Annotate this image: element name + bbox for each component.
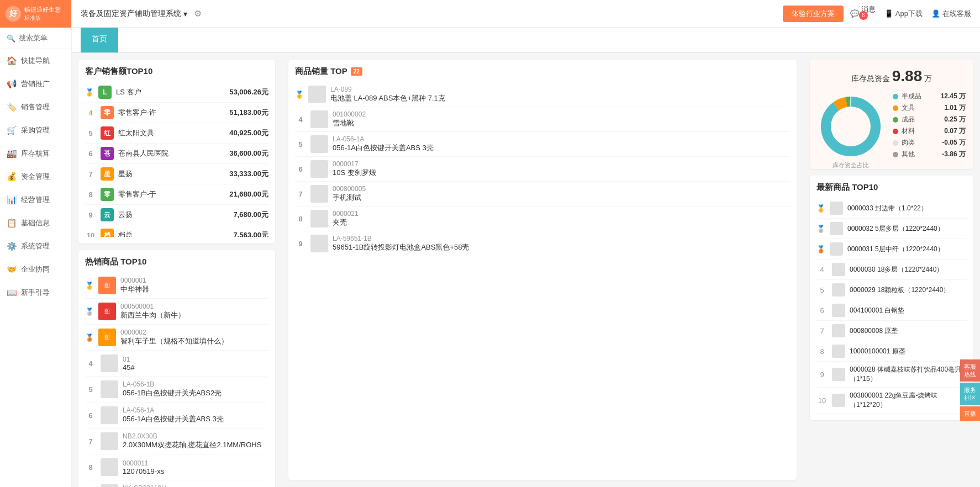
live-stream-btn[interactable]: 直播 xyxy=(960,406,980,421)
middle-panel: 商品销量 TOP 22 🥇 LA-089 电池盖 LA-089 ABS本色+黑种… xyxy=(282,53,803,487)
list-item: 6 004100001 白钢垫 xyxy=(816,300,967,321)
rank-icon-5: 星 xyxy=(101,167,114,181)
table-row: 7 000800005 手机测试 xyxy=(295,182,790,207)
right-panel: 库存总资金 9.88 万 xyxy=(803,53,980,487)
rank-medal: 🥈 xyxy=(816,225,825,233)
inventory-card: 库存总资金 9.88 万 xyxy=(810,60,973,169)
sidebar-item-sales[interactable]: 🏷️ 销售管理 xyxy=(0,96,71,119)
product-thumbnail xyxy=(832,283,845,297)
rank-medal: 🥇 xyxy=(816,204,825,213)
table-row: 6 0000017 10S 变刹罗煅 xyxy=(295,157,790,182)
rank-icon-8: 档 xyxy=(101,229,114,237)
product-thumbnail-placeholder xyxy=(310,160,328,178)
product-thumbnail: 图 xyxy=(98,329,116,346)
rank-medal: 🥉 xyxy=(816,245,825,253)
donut-area: 库存资金占比 半成品 12.45 万 文具 1.01 万 xyxy=(818,92,966,161)
list-item: 9 KK-SD22110H 花语萌值温分腊腊袋（厚款） xyxy=(85,480,268,487)
product-thumbnail-placeholder xyxy=(101,458,118,476)
sidebar-item-collab[interactable]: 🤝 企业协同 xyxy=(0,258,71,281)
sidebar-item-purchase[interactable]: 🛒 采购管理 xyxy=(0,119,71,142)
donut-chart: 库存资金占比 xyxy=(818,93,884,160)
legend-dot-semi xyxy=(893,94,898,99)
system-selector[interactable]: 装备及固定资产辅助管理系统 ▾ xyxy=(81,9,187,19)
topbar-title: 装备及固定资产辅助管理系统 ▾ ⚙ xyxy=(81,8,776,19)
sales-icon: 🏷️ xyxy=(7,102,17,112)
legend-item-meat: 肉类 -0.05 万 xyxy=(893,138,966,147)
sidebar-item-marketing[interactable]: 📢 营销推广 xyxy=(0,72,71,96)
logo-text: 畅捷通好生意 标准版 xyxy=(24,6,61,22)
customer-rank-list: 🥇 L LS 客户 53,006.26元 4 零 零售客户-许 51,183.0… xyxy=(85,82,268,237)
experience-btn[interactable]: 体验行业方案 xyxy=(783,6,844,22)
marketing-icon: 📢 xyxy=(7,79,17,89)
basics-icon: 📋 xyxy=(7,218,17,228)
finance-icon: 💰 xyxy=(7,172,17,182)
customer-ranking-card: 客户销售额TOP10 🥇 L LS 客户 53,006.26元 4 零 零售客户… xyxy=(78,60,275,244)
sidebar-item-inventory[interactable]: 🏭 库存核算 xyxy=(0,142,71,165)
table-row: 🥇 L LS 客户 53,006.26元 xyxy=(85,82,268,103)
product-thumbnail xyxy=(832,368,845,381)
product-thumbnail-placeholder xyxy=(310,135,328,153)
customer-hotline-btn[interactable]: 客服 热线 xyxy=(960,359,980,382)
legend-list: 半成品 12.45 万 文具 1.01 万 成品 0.25 万 xyxy=(893,92,966,161)
sidebar: 好 畅捷通好生意 标准版 🔍 搜索菜单 🏠 快捷导航 📢 营销推广 🏷️ 销售管… xyxy=(0,0,72,487)
app-download-btn[interactable]: 📱 App下载 xyxy=(884,9,923,19)
sidebar-item-system[interactable]: ⚙️ 系统管理 xyxy=(0,235,71,258)
rank-icon-7: 云 xyxy=(101,208,114,221)
list-item: 🥈 0000032 5层多层（1220*2440） xyxy=(816,219,967,239)
legend-dot-other xyxy=(893,152,898,157)
message-badge: 6 xyxy=(859,11,868,20)
guide-icon: 📖 xyxy=(7,288,17,298)
home-icon: 🏠 xyxy=(7,56,17,66)
sidebar-item-guide[interactable]: 📖 新手引导 xyxy=(0,281,71,304)
tab-home[interactable]: 首页 xyxy=(81,28,118,52)
product-thumbnail xyxy=(832,345,845,358)
search-menu[interactable]: 🔍 搜索菜单 xyxy=(0,28,71,49)
rank-medal: 🥉 xyxy=(85,334,94,342)
table-row: 8 零 零售客户-于 21,680.00元 xyxy=(85,184,268,205)
list-item: 8 0000011 12070519-xs xyxy=(85,454,268,480)
nav-tabs: 首页 xyxy=(72,28,980,53)
sale-product-list: 🥇 LA-089 电池盖 LA-089 ABS本色+黑种 7.1克 4 0010… xyxy=(295,82,790,256)
gear-icon[interactable]: ⚙ xyxy=(194,8,202,19)
messages-btn[interactable]: 💬 消息 6 xyxy=(850,4,876,23)
list-item: 🥇 0000033 封边带（1.0*22） xyxy=(816,198,967,219)
product-thumbnail-placeholder xyxy=(310,210,328,227)
hot-products-title: 热销商品 TOP10 xyxy=(85,257,268,267)
service-community-btn[interactable]: 服务 社区 xyxy=(960,383,980,405)
sale-product-card: 商品销量 TOP 22 🥇 LA-089 电池盖 LA-089 ABS本色+黑种… xyxy=(288,60,797,480)
sale-badge: 22 xyxy=(351,67,362,76)
product-thumbnail xyxy=(830,222,843,235)
online-service-btn[interactable]: 👤 在线客服 xyxy=(931,9,971,19)
table-row: 6 苍 苍南县人民医院 36,600.00元 xyxy=(85,144,268,164)
table-row: 7 星 星扬 33,333.00元 xyxy=(85,164,268,184)
inventory-total: 库存总资金 9.88 万 xyxy=(818,67,966,85)
table-row: 9 云 云扬 7,680.00元 xyxy=(85,205,268,225)
table-row: 4 零 零售客户-许 51,183.00元 xyxy=(85,103,268,123)
svg-point-1 xyxy=(826,102,876,151)
sidebar-item-operation[interactable]: 📊 经营管理 xyxy=(0,188,71,211)
legend-item-semi: 半成品 12.45 万 xyxy=(893,92,966,101)
rank-medal: 🥇 xyxy=(85,282,94,290)
main-area: 装备及固定资产辅助管理系统 ▾ ⚙ 体验行业方案 💬 消息 6 📱 App下载 … xyxy=(72,0,980,487)
list-item: 9 0000028 体碱嘉枝味苏打饮品400毫升（1*15） xyxy=(816,362,967,388)
float-service-btns: 客服 热线 服务 社区 直播 xyxy=(960,359,980,421)
table-row: 8 0000021 夹壳 xyxy=(295,207,790,231)
search-icon: 🔍 xyxy=(7,34,15,43)
list-item: 4 0000030 18多层（1220*2440） xyxy=(816,260,967,280)
rank-icon-3: 红 xyxy=(101,126,114,140)
product-thumbnail-placeholder xyxy=(310,185,328,203)
message-icon: 💬 xyxy=(850,9,859,18)
sidebar-item-quick-nav[interactable]: 🏠 快捷导航 xyxy=(0,49,71,72)
list-item: 8 10000100001 原垄 xyxy=(816,341,967,362)
table-row: 4 001000002 雪地靴 xyxy=(295,107,790,132)
table-row: 5 红 红太阳文具 40,925.00元 xyxy=(85,123,268,144)
new-products-list: 🥇 0000033 封边带（1.0*22） 🥈 0000032 xyxy=(816,198,967,414)
product-thumbnail xyxy=(832,263,845,276)
product-thumbnail xyxy=(830,202,843,215)
service-icon: 👤 xyxy=(931,9,940,18)
legend-item-stationery: 文具 1.01 万 xyxy=(893,103,966,113)
sidebar-item-finance[interactable]: 💰 资金管理 xyxy=(0,165,71,188)
sidebar-item-basics[interactable]: 📋 基础信息 xyxy=(0,211,71,235)
rank-icon-1: L xyxy=(98,86,112,99)
new-products-title: 最新商品 TOP10 xyxy=(816,182,967,193)
